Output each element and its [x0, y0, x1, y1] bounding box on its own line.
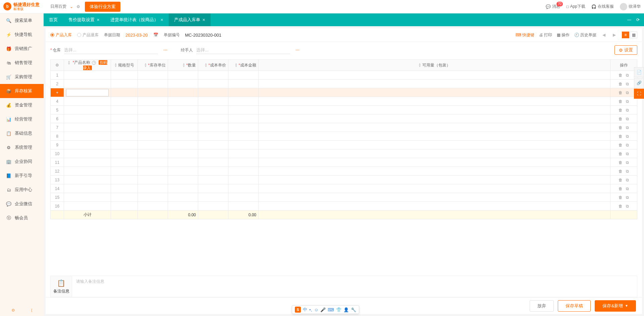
- sidebar-item-3[interactable]: 🛍销售管理: [0, 56, 44, 70]
- cell-product[interactable]: [64, 80, 111, 88]
- cell-unit[interactable]: [138, 97, 168, 106]
- copy-row-icon[interactable]: ⧉: [626, 195, 629, 200]
- cell-available[interactable]: [259, 80, 610, 88]
- table-row[interactable]: 1🗑⧉: [51, 71, 637, 80]
- cell-qty[interactable]: [168, 106, 198, 115]
- sidebar-item-1[interactable]: ⚡快捷导航: [0, 28, 44, 42]
- cell-amount[interactable]: [228, 88, 259, 97]
- cell-amount[interactable]: [228, 149, 259, 158]
- cell-available[interactable]: [259, 202, 610, 211]
- delete-row-icon[interactable]: 🗑: [619, 204, 623, 209]
- handler-input[interactable]: [196, 46, 290, 54]
- sidebar-item-6[interactable]: 💰资金管理: [0, 98, 44, 112]
- copy-row-icon[interactable]: ⧉: [626, 178, 629, 182]
- col-product[interactable]: ▲▼ *产品名称 ? 扫码录入: [64, 60, 111, 71]
- cell-spec[interactable]: [111, 106, 138, 115]
- experience-button[interactable]: 体验行业方案: [85, 2, 120, 12]
- copy-row-icon[interactable]: ⧉: [626, 204, 629, 209]
- cell-amount[interactable]: [228, 106, 259, 115]
- cell-amount[interactable]: [228, 141, 259, 149]
- cell-available[interactable]: [259, 123, 610, 132]
- cell-product[interactable]: [64, 193, 111, 202]
- col-unit[interactable]: ▲▼*库存单位: [138, 60, 168, 71]
- cell-product[interactable]: [64, 158, 111, 167]
- cell-unit[interactable]: [138, 88, 168, 97]
- cell-amount[interactable]: [228, 193, 259, 202]
- ime-emoji-icon[interactable]: ☺: [314, 307, 318, 312]
- cell-product[interactable]: [64, 115, 111, 123]
- col-amount[interactable]: ▲▼*成本金额: [228, 60, 259, 71]
- delete-row-icon[interactable]: 🗑: [619, 178, 623, 182]
- cell-qty[interactable]: [168, 97, 198, 106]
- cell-product[interactable]: [64, 202, 111, 211]
- cell-product[interactable]: [64, 71, 111, 80]
- discard-button[interactable]: 放弃: [530, 300, 554, 312]
- cell-price[interactable]: [198, 167, 228, 176]
- sidebar-item-9[interactable]: ⚙系统管理: [0, 140, 44, 154]
- tool-expand[interactable]: ⛶: [634, 89, 644, 99]
- close-icon[interactable]: ✕: [160, 18, 163, 22]
- cell-unit[interactable]: [138, 80, 168, 88]
- cell-available[interactable]: [259, 158, 610, 167]
- delete-row-icon[interactable]: 🗑: [619, 99, 623, 104]
- online-service-button[interactable]: 🎧 在线客服: [591, 4, 614, 9]
- settings-icon[interactable]: ⚙: [11, 308, 15, 313]
- sidebar-item-10[interactable]: 🏢企业协同: [0, 154, 44, 169]
- delete-row-icon[interactable]: 🗑: [619, 117, 623, 121]
- col-qty[interactable]: ▲▼*数量: [168, 60, 198, 71]
- cell-product[interactable]: [64, 132, 111, 141]
- delete-row-icon[interactable]: 🗑: [619, 108, 623, 112]
- col-spec[interactable]: ▲▼规格型号: [111, 60, 138, 71]
- cell-product[interactable]: [64, 97, 111, 106]
- sidebar-item-0[interactable]: 🔍搜索菜单: [0, 13, 44, 28]
- prev-doc-button[interactable]: ◀: [601, 33, 607, 37]
- cell-unit[interactable]: [138, 115, 168, 123]
- cell-qty[interactable]: [168, 71, 198, 80]
- cell-price[interactable]: [198, 106, 228, 115]
- cell-amount[interactable]: [228, 71, 259, 80]
- table-row[interactable]: 9🗑⧉: [51, 141, 637, 149]
- cell-price[interactable]: [198, 71, 228, 80]
- close-icon[interactable]: ✕: [97, 18, 100, 22]
- cell-spec[interactable]: [111, 80, 138, 88]
- add-row-icon[interactable]: +: [55, 90, 60, 95]
- cell-qty[interactable]: [168, 167, 198, 176]
- mode-in-radio[interactable]: 产品入库: [50, 32, 72, 38]
- warehouse-more-icon[interactable]: ⋯: [163, 48, 167, 52]
- cell-product[interactable]: [64, 176, 111, 184]
- cell-spec[interactable]: [111, 184, 138, 193]
- warehouse-input[interactable]: [64, 46, 158, 54]
- cell-spec[interactable]: [111, 115, 138, 123]
- cell-price[interactable]: [198, 149, 228, 158]
- cell-unit[interactable]: [138, 167, 168, 176]
- sidebar-item-4[interactable]: 🛒采购管理: [0, 70, 44, 84]
- table-row[interactable]: 12🗑⧉: [51, 167, 637, 176]
- delete-row-icon[interactable]: 🗑: [619, 73, 623, 78]
- cell-unit[interactable]: [138, 193, 168, 202]
- copy-row-icon[interactable]: ⧉: [626, 186, 629, 191]
- col-available[interactable]: ▲▼可用量（包装）: [259, 60, 610, 71]
- table-row[interactable]: 11🗑⧉: [51, 158, 637, 167]
- cell-qty[interactable]: [168, 132, 198, 141]
- delete-row-icon[interactable]: 🗑: [619, 160, 623, 165]
- copy-row-icon[interactable]: ⧉: [626, 90, 629, 95]
- close-icon[interactable]: ✕: [202, 18, 205, 22]
- cell-available[interactable]: [259, 149, 610, 158]
- cell-spec[interactable]: [111, 132, 138, 141]
- copy-row-icon[interactable]: ⧉: [626, 134, 629, 139]
- ime-user-icon[interactable]: 👤: [343, 307, 349, 312]
- delete-row-icon[interactable]: 🗑: [619, 90, 623, 95]
- app-download-button[interactable]: □ App下载: [566, 4, 585, 9]
- ime-tools-icon[interactable]: 🔧: [351, 307, 356, 312]
- sidebar-item-7[interactable]: 📊经营管理: [0, 112, 44, 126]
- cell-available[interactable]: [259, 132, 610, 141]
- cell-unit[interactable]: [138, 123, 168, 132]
- copy-row-icon[interactable]: ⧉: [626, 117, 629, 121]
- table-row[interactable]: +🗑⧉: [51, 88, 637, 97]
- cell-spec[interactable]: [111, 141, 138, 149]
- tab-minimize[interactable]: —: [625, 16, 633, 24]
- cell-qty[interactable]: [168, 176, 198, 184]
- tool-note[interactable]: 📄: [634, 67, 644, 77]
- help-icon[interactable]: ?: [92, 61, 96, 65]
- cell-qty[interactable]: [168, 193, 198, 202]
